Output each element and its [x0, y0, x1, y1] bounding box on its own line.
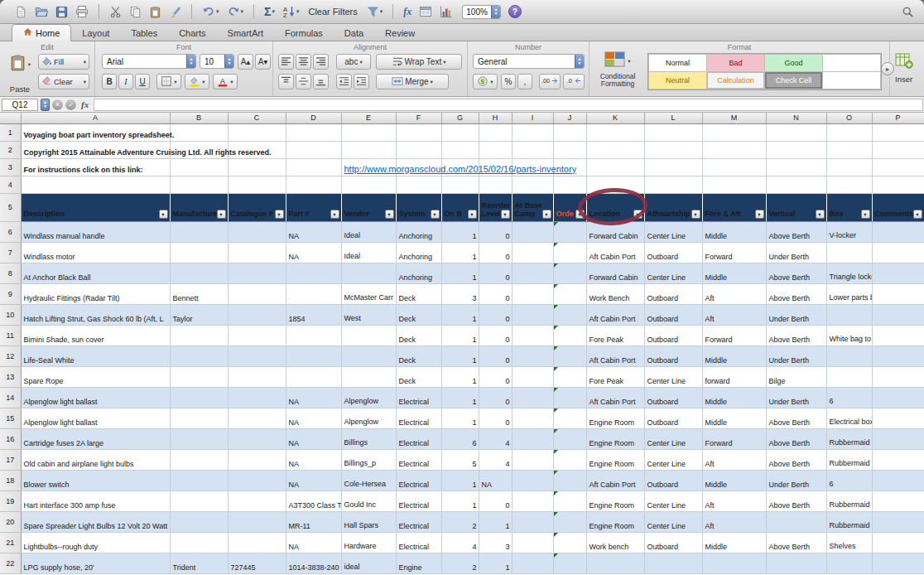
filter-header-M[interactable]: Fore & Aft▾	[702, 193, 766, 221]
cell-D7[interactable]: NA	[286, 242, 341, 263]
cell-J14[interactable]	[553, 387, 586, 408]
cell-M14[interactable]: Middle	[702, 387, 766, 408]
cell-O21[interactable]: Shelves	[826, 532, 872, 553]
cell-N17[interactable]: Above Berth	[766, 449, 826, 470]
filter-header-G[interactable]: On B▾	[441, 193, 479, 221]
cell-M18[interactable]: Middle	[702, 470, 766, 490]
cell-B14[interactable]	[170, 387, 228, 408]
cell-A7[interactable]: Windlass motor	[21, 242, 170, 263]
cell-E15[interactable]: Alpenglow	[341, 408, 396, 428]
cell[interactable]	[341, 141, 396, 158]
cell-P7[interactable]	[872, 242, 924, 263]
cell-G16[interactable]: 6	[441, 428, 479, 449]
cell-N16[interactable]: Above Berth	[766, 428, 826, 449]
filter-dropdown-icon[interactable]: ▾	[385, 210, 394, 219]
formula-input[interactable]	[94, 99, 923, 111]
filter-header-N[interactable]: Vertical▾	[766, 193, 826, 221]
cell-E21[interactable]: Hardware	[341, 532, 396, 553]
cell-G15[interactable]: 1	[441, 408, 479, 428]
cell-I7[interactable]	[512, 242, 553, 263]
cell-I20[interactable]	[512, 511, 553, 532]
row-header-4[interactable]: 4	[0, 176, 21, 193]
search-icon[interactable]	[902, 2, 914, 21]
cell[interactable]	[586, 158, 644, 176]
cell-G13[interactable]: 1	[441, 366, 479, 387]
cell-D22[interactable]: 1014-3838-240	[286, 553, 341, 573]
new-workbook-icon[interactable]	[15, 2, 27, 21]
align-right-button[interactable]	[313, 54, 329, 70]
cell-G21[interactable]: 4	[441, 532, 479, 553]
tab-data[interactable]: Data	[334, 26, 374, 41]
filter-dropdown-icon[interactable]: ▾	[913, 210, 922, 219]
cell-I19[interactable]	[512, 490, 553, 511]
column-header-G[interactable]: G	[441, 113, 479, 123]
cell-D18[interactable]: NA	[286, 470, 341, 490]
font-family-select[interactable]: Arial▲▼	[102, 54, 196, 69]
cell-M19[interactable]: Aft	[702, 490, 766, 511]
cell-A1[interactable]: Voyaging boat part inventory spreadsheet…	[21, 123, 170, 141]
sort-icon[interactable]: AZ▾	[282, 2, 300, 21]
cell-C11[interactable]	[228, 325, 286, 345]
open-icon[interactable]	[35, 2, 48, 21]
cell-L11[interactable]: Outboard	[644, 325, 702, 345]
cell-B7[interactable]	[170, 242, 228, 263]
cell[interactable]	[286, 123, 341, 141]
cell-E11[interactable]	[341, 325, 396, 345]
row-header-9[interactable]: 9	[0, 283, 21, 304]
cell-K16[interactable]: Engine Room	[586, 428, 644, 449]
cell[interactable]	[766, 158, 826, 176]
cell-B18[interactable]	[170, 470, 228, 490]
cell-L21[interactable]: Outboard	[644, 532, 702, 553]
chevron-down-icon[interactable]: ▾	[380, 8, 383, 15]
cell-J16[interactable]	[553, 428, 586, 449]
cell-C22[interactable]: 727445	[228, 553, 286, 573]
cell-G20[interactable]: 2	[441, 511, 479, 532]
valign-top-button[interactable]	[278, 74, 294, 89]
cell-C15[interactable]	[228, 408, 286, 428]
cell-K10[interactable]: Aft Cabin Port	[586, 304, 644, 325]
cell-E13[interactable]	[341, 366, 396, 387]
valign-bottom-button[interactable]	[313, 74, 329, 89]
cell-O13[interactable]	[826, 366, 872, 387]
cell-J20[interactable]	[553, 511, 586, 532]
row-header-21[interactable]: 21	[0, 532, 21, 553]
cell-H21[interactable]: 3	[479, 532, 512, 553]
row-header-5[interactable]: 5	[0, 193, 21, 221]
cell-N8[interactable]: Above Berth	[766, 263, 826, 283]
cell-I16[interactable]	[512, 428, 553, 449]
insert-function-icon[interactable]: fx	[403, 2, 411, 21]
cell-H22[interactable]: 1	[479, 553, 512, 573]
cell-D9[interactable]	[286, 283, 341, 304]
filter-header-H[interactable]: Reorder Level▾	[479, 193, 512, 221]
tab-home[interactable]: Home	[12, 24, 71, 41]
cell-B22[interactable]: Trident	[170, 553, 228, 573]
conditional-formatting-button[interactable]: ▾ Conditional Formatting	[591, 51, 644, 95]
filter-dropdown-icon[interactable]: ▾	[501, 210, 510, 219]
cell[interactable]	[441, 176, 479, 193]
cell-B17[interactable]	[170, 449, 228, 470]
cell-H18[interactable]: NA	[479, 470, 512, 490]
cell[interactable]	[553, 123, 586, 141]
cell-H12[interactable]: 0	[479, 345, 512, 366]
insert-function-icon[interactable]: fx	[81, 99, 89, 109]
cell-A14[interactable]: Alpenglow light ballast	[21, 387, 170, 408]
accept-icon[interactable]: ✓	[65, 99, 76, 110]
cell-M17[interactable]: Aft	[702, 449, 766, 470]
cell-J17[interactable]	[553, 449, 586, 470]
cell-M12[interactable]: Middle	[702, 345, 766, 366]
cell[interactable]	[586, 123, 644, 141]
cell-G7[interactable]: 1	[441, 242, 479, 263]
cell-F12[interactable]: Deck	[396, 345, 441, 366]
column-header-J[interactable]: J	[553, 113, 586, 123]
cell-G12[interactable]: 1	[441, 345, 479, 366]
cell-K8[interactable]: Forward Cabin	[586, 263, 644, 283]
cell-N7[interactable]: Under Berth	[766, 242, 826, 263]
cell-I8[interactable]	[512, 263, 553, 283]
cell-D20[interactable]: MR-11	[286, 511, 341, 532]
filter-icon[interactable]: ▾	[367, 2, 383, 21]
cell-A3[interactable]: For instructions click on this link:	[21, 158, 170, 176]
cell-E7[interactable]: Ideal	[341, 242, 396, 263]
cell[interactable]	[21, 176, 170, 193]
cell-A17[interactable]: Old cabin and airplane light bulbs	[21, 449, 170, 470]
cell-A13[interactable]: Spare Rope	[21, 366, 170, 387]
